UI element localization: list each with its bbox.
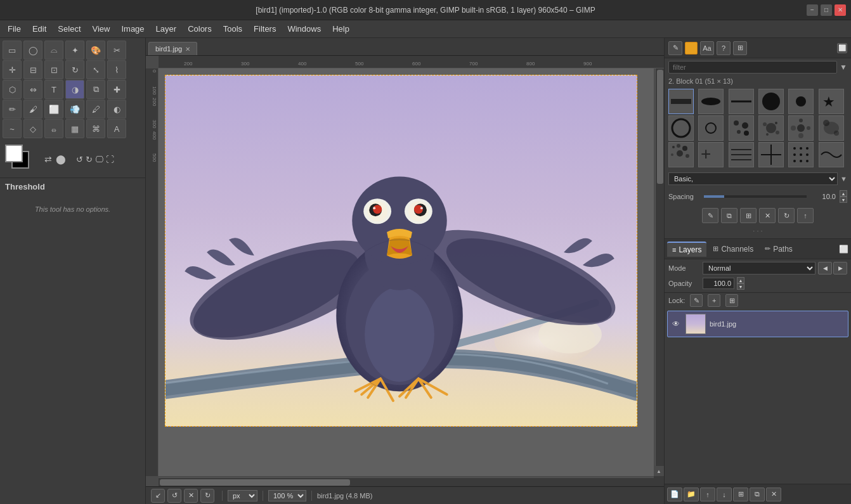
tab-channels[interactable]: ⊞ Channels <box>708 242 758 256</box>
brush-export-button[interactable]: ↑ <box>797 208 814 223</box>
lock-position-button[interactable]: + <box>708 294 720 307</box>
menu-item-filters[interactable]: Filters <box>249 22 281 36</box>
brush-panel-maximize[interactable]: ⬜ <box>837 43 847 53</box>
canvas-image[interactable] <box>165 75 637 427</box>
tool-flip[interactable]: ⇔ <box>23 80 42 99</box>
unit-select[interactable]: px mm in <box>228 490 257 501</box>
spacing-decrement-button[interactable]: ▼ <box>840 197 847 203</box>
minimize-button[interactable]: − <box>807 4 818 16</box>
menu-item-file[interactable]: File <box>3 22 26 36</box>
brush-duplicate-button[interactable]: ⧉ <box>721 208 737 223</box>
brush-item-splatter3[interactable] <box>819 115 844 141</box>
tool-select-color[interactable]: 🎨 <box>86 41 105 60</box>
brush-item-cross[interactable] <box>758 142 784 167</box>
brush-edit-button[interactable]: ✎ <box>702 208 718 223</box>
layer-visibility-toggle[interactable]: 👁 <box>670 318 682 330</box>
undo-status-button[interactable]: ↺ <box>167 489 181 503</box>
brush-item-texture2[interactable]: + <box>698 142 724 167</box>
tool-perspective[interactable]: ⬡ <box>3 80 22 99</box>
tool-blend[interactable]: ▦ <box>65 119 84 138</box>
brush-filter-input[interactable] <box>668 61 837 74</box>
move-layer-up-button[interactable]: ↑ <box>700 488 715 501</box>
close-button[interactable]: ✕ <box>835 4 846 16</box>
brush-panel-tool-icon[interactable]: ✎ <box>668 41 682 55</box>
menu-item-help[interactable]: Help <box>327 22 354 36</box>
brush-item-ring-sm[interactable] <box>698 115 724 141</box>
canvas-tab-bird1[interactable]: bird1.jpg ✕ <box>148 42 197 55</box>
brush-help-icon[interactable]: ? <box>717 41 731 55</box>
opacity-increment-button[interactable]: ▲ <box>737 277 744 283</box>
zoom-select[interactable]: 100 % 50 % 200 % <box>268 490 306 501</box>
lock-pixels-button[interactable]: ✎ <box>690 294 703 307</box>
brush-preset-select[interactable]: Basic, <box>668 172 838 185</box>
brush-item-dots-cluster[interactable] <box>729 115 754 141</box>
canvas-content[interactable] <box>159 68 654 476</box>
layers-panel-maximize-icon[interactable]: ⬜ <box>839 245 848 254</box>
tool-align[interactable]: ⊟ <box>23 60 42 79</box>
tool-shear[interactable]: ⌇ <box>107 60 126 79</box>
brush-item-small-dots[interactable] <box>788 142 814 167</box>
layer-item-bird1[interactable]: 👁 bird1.jpg <box>667 311 848 337</box>
maximize-button[interactable]: □ <box>821 4 832 16</box>
tool-scale[interactable]: ⤡ <box>86 60 105 79</box>
menu-item-layer[interactable]: Layer <box>151 22 182 36</box>
brush-item-rect-wide[interactable] <box>668 89 694 114</box>
brush-item-ellipse-h[interactable] <box>698 89 724 114</box>
mode-select[interactable]: Normal Multiply Screen <box>703 262 815 275</box>
mode-prev-button[interactable]: ◀ <box>818 262 832 275</box>
tool-sharpen[interactable]: ◇ <box>23 119 42 138</box>
brush-item-wave[interactable] <box>819 142 844 167</box>
brush-preset-dropdown-icon[interactable]: ▼ <box>840 175 847 183</box>
tab-layers[interactable]: ≡ Layers <box>667 242 706 257</box>
new-layer-group-button[interactable]: 📁 <box>684 488 699 501</box>
tool-scissors[interactable]: ✂ <box>107 41 126 60</box>
opacity-input[interactable] <box>703 278 734 289</box>
canvas-tab-close-icon[interactable]: ✕ <box>185 46 190 53</box>
brush-refresh-button[interactable]: ↻ <box>778 208 795 223</box>
lock-all-button[interactable]: ⊞ <box>725 294 738 307</box>
redo-status-button[interactable]: ↻ <box>200 489 214 503</box>
tool-text[interactable]: T <box>44 80 63 99</box>
brush-item-lines-h[interactable] <box>729 142 754 167</box>
tool-clone[interactable]: ⧉ <box>86 80 105 99</box>
brush-extra-icon[interactable]: ⊞ <box>733 41 747 55</box>
tool-rotate[interactable]: ↻ <box>65 60 84 79</box>
duplicate-layer-button[interactable]: ⧉ <box>750 488 765 501</box>
brush-item-splatter1[interactable] <box>758 115 784 141</box>
full-screen-icon[interactable]: ⛶ <box>106 155 114 164</box>
brush-color-icon[interactable] <box>685 42 698 55</box>
tool-heal[interactable]: ✚ <box>107 80 126 99</box>
spacing-slider[interactable] <box>704 195 807 198</box>
tool-eraser[interactable]: ⬜ <box>44 100 63 119</box>
vertical-scrollbar[interactable] <box>655 68 664 476</box>
brush-font-icon[interactable]: Aa <box>700 41 714 55</box>
tool-dodge-burn[interactable]: ◐ <box>107 100 126 119</box>
scroll-to-top-button[interactable]: ▲ <box>654 466 664 476</box>
tool-ink[interactable]: 🖊 <box>86 100 105 119</box>
brush-item-dot-lg[interactable] <box>758 89 784 114</box>
move-layer-down-button[interactable]: ↓ <box>717 488 732 501</box>
brush-item-splatter2[interactable] <box>788 115 814 141</box>
foreground-color[interactable] <box>5 145 23 162</box>
menu-item-edit[interactable]: Edit <box>27 22 51 36</box>
mode-next-button[interactable]: ▶ <box>833 262 847 275</box>
brush-add-button[interactable]: ⊞ <box>740 208 757 223</box>
delete-status-button[interactable]: ✕ <box>184 489 198 503</box>
tool-crop[interactable]: ⊡ <box>44 60 63 79</box>
menu-item-select[interactable]: Select <box>53 22 86 36</box>
tool-rect-select[interactable]: ▭ <box>3 41 22 60</box>
vertical-scrollbar-thumb[interactable] <box>657 70 663 184</box>
export-button[interactable]: ↙ <box>151 489 165 503</box>
spacing-increment-button[interactable]: ▲ <box>840 190 847 197</box>
brush-item-dot-sm[interactable] <box>788 89 814 114</box>
tool-ellipse-select[interactable]: ◯ <box>23 41 42 60</box>
menu-item-windows[interactable]: Windows <box>282 22 326 36</box>
brush-item-star[interactable]: ★ <box>819 89 844 114</box>
tool-pencil[interactable]: ✏ <box>3 100 22 119</box>
tool-bucket-fill[interactable]: ⏛ <box>44 119 63 138</box>
new-layer-button[interactable]: ⊞ <box>733 488 748 501</box>
horizontal-scrollbar[interactable] <box>159 477 654 486</box>
brush-item-circle-lg[interactable] <box>668 115 694 141</box>
tab-paths[interactable]: ✏ Paths <box>760 242 798 256</box>
tool-paths[interactable]: ⌘ <box>86 119 105 138</box>
